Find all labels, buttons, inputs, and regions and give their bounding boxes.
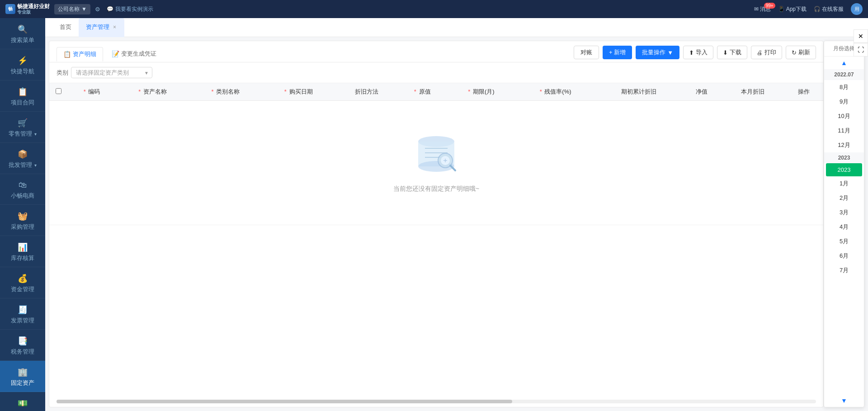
app-download-button[interactable]: 📱 App下载 bbox=[778, 5, 807, 13]
category-select-wrap: 请选择固定资产类别 bbox=[71, 67, 152, 78]
purchase-icon: 🧺 bbox=[4, 211, 42, 221]
month-item-1[interactable]: 1月 bbox=[824, 176, 864, 191]
sidebar-item-search[interactable]: 🔍 搜索菜单 bbox=[0, 18, 45, 49]
sidebar-item-retail[interactable]: 🛒 零售管理 ▾ bbox=[0, 112, 45, 143]
sidebar-item-ecommerce[interactable]: 🛍 小畅电商 bbox=[0, 174, 45, 205]
ecommerce-icon: 🛍 bbox=[4, 180, 42, 190]
fixedassets-icon: 🏢 bbox=[4, 367, 42, 377]
sidebar-item-label: 小畅电商 bbox=[4, 192, 42, 200]
download-button[interactable]: ⬇ 下载 bbox=[717, 46, 747, 59]
month-item-7[interactable]: 7月 bbox=[824, 263, 864, 278]
search-icon: 🔍 bbox=[4, 24, 42, 34]
sub-tab-detail[interactable]: 📋 资产明细 bbox=[57, 47, 103, 61]
download-icon: ⬇ bbox=[723, 49, 728, 56]
sidebar-item-salary[interactable]: 💵 工资 bbox=[0, 392, 45, 411]
th-residual-rate: * 残值率(%) bbox=[516, 83, 595, 101]
app-download-icon: 📱 bbox=[778, 6, 785, 12]
sidebar-item-wholesale[interactable]: 📦 批发管理 ▾ bbox=[0, 143, 45, 174]
online-service-button[interactable]: 🎧 在线客服 bbox=[814, 5, 844, 13]
month-panel: 月份选择 ▲ 2022.07 8月 9月 10月 11月 12月 2023 20… bbox=[824, 41, 864, 407]
month-item-11[interactable]: 11月 bbox=[824, 123, 864, 138]
month-item-2023-badge[interactable]: 2023 bbox=[826, 163, 862, 176]
th-original-value: * 原值 bbox=[398, 83, 447, 101]
print-label: 打印 bbox=[764, 48, 776, 57]
month-item-12[interactable]: 12月 bbox=[824, 138, 864, 152]
sidebar-item-quicknav[interactable]: ⚡ 快捷导航 bbox=[0, 49, 45, 80]
refresh-button[interactable]: ↻ 刷新 bbox=[786, 46, 816, 59]
demo-link[interactable]: 💬 我要看实例演示 bbox=[107, 5, 153, 13]
th-depreciation: 折旧方法 bbox=[335, 83, 398, 101]
month-item-5[interactable]: 5月 bbox=[824, 234, 864, 249]
th-net-value: 净值 bbox=[682, 83, 721, 101]
sidebar-item-label: 库存核算 bbox=[4, 254, 42, 262]
table-header-row: * 编码 * 资产名称 * 类别名称 bbox=[49, 83, 823, 101]
sidebar-item-finance[interactable]: 💰 资金管理 bbox=[0, 267, 45, 298]
quicknav-icon: ⚡ bbox=[4, 56, 42, 66]
sidebar-item-fixedassets[interactable]: 🏢 固定资产 bbox=[0, 361, 45, 392]
tab-asset-management[interactable]: 资产管理 × bbox=[79, 18, 124, 37]
filter-toolbar: 类别 请选择固定资产类别 bbox=[49, 62, 823, 83]
home-label: 首页 bbox=[60, 23, 71, 31]
sidebar-item-contract[interactable]: 📋 项目合同 bbox=[0, 80, 45, 112]
tab-bar: 首页 资产管理 × bbox=[45, 18, 868, 37]
month-item-10[interactable]: 10月 bbox=[824, 109, 864, 123]
month-item-8[interactable]: 8月 bbox=[824, 80, 864, 94]
sidebar-item-tax[interactable]: 📑 税务管理 bbox=[0, 330, 45, 361]
import-button[interactable]: ⬆ 导入 bbox=[683, 46, 713, 59]
category-label: 类别 bbox=[57, 69, 68, 77]
batch-label: 批量操作 bbox=[642, 48, 665, 57]
month-item-6[interactable]: 6月 bbox=[824, 249, 864, 263]
month-nav-up-button[interactable]: ▲ bbox=[837, 58, 851, 67]
sidebar-item-purchase[interactable]: 🧺 采购管理 bbox=[0, 205, 45, 236]
tab-home[interactable]: 首页 bbox=[52, 18, 79, 37]
year-2023-header: 2023 bbox=[824, 152, 864, 163]
sidebar-item-inventory[interactable]: 📊 库存核算 bbox=[0, 236, 45, 267]
sidebar-item-label: 零售管理 ▾ bbox=[4, 130, 42, 138]
company-selector[interactable]: 公司名称 ▼ bbox=[54, 4, 90, 14]
user-avatar[interactable]: 用 bbox=[851, 3, 863, 15]
app-name: 畅捷通好业财 bbox=[17, 3, 50, 9]
select-all-checkbox[interactable] bbox=[56, 88, 61, 94]
print-button[interactable]: 🖨 打印 bbox=[751, 46, 782, 59]
category-select[interactable]: 请选择固定资产类别 bbox=[71, 67, 152, 78]
online-service-label: 在线客服 bbox=[822, 5, 844, 13]
asset-tab-label: 资产管理 bbox=[86, 23, 109, 31]
month-nav-down-button[interactable]: ▼ bbox=[837, 396, 851, 405]
th-category: * 类别名称 bbox=[189, 83, 262, 101]
table-scrollbar[interactable] bbox=[57, 400, 816, 403]
table-wrap: * 编码 * 资产名称 * 类别名称 bbox=[49, 83, 823, 400]
table-scrollbar-thumb bbox=[57, 400, 512, 403]
th-code: * 编码 bbox=[67, 83, 116, 101]
import-label: 导入 bbox=[696, 48, 708, 57]
voucher-tab-label: 变更生成凭证 bbox=[121, 50, 156, 58]
company-name: 公司名称 bbox=[58, 5, 80, 13]
detail-tab-label: 资产明细 bbox=[73, 50, 96, 58]
close-panel-button[interactable]: ✕ bbox=[854, 29, 868, 43]
voucher-tab-icon: 📝 bbox=[112, 50, 119, 57]
month-item-4[interactable]: 4月 bbox=[824, 220, 864, 234]
sidebar-item-invoice[interactable]: 🧾 发票管理 bbox=[0, 298, 45, 330]
app-logo: 畅 畅捷通好业财 专业版 bbox=[5, 3, 50, 15]
page-content: 📋 资产明细 📝 变更生成凭证 对账 + 新增 批量操作 ▼ bbox=[45, 37, 868, 411]
sidebar-item-label: 项目合同 bbox=[4, 99, 42, 107]
tax-icon: 📑 bbox=[4, 336, 42, 346]
sidebar-item-label: 资金管理 bbox=[4, 285, 42, 293]
add-button[interactable]: + 新增 bbox=[603, 46, 632, 59]
settings-button[interactable]: ⚙ bbox=[95, 6, 100, 13]
month-item-9[interactable]: 9月 bbox=[824, 94, 864, 109]
content-area: 首页 资产管理 × 📋 资产明细 📝 变更生成凭证 bbox=[45, 18, 868, 411]
contract-icon: 📋 bbox=[4, 87, 42, 97]
sidebar: 🔍 搜索菜单 ⚡ 快捷导航 📋 项目合同 🛒 零售管理 ▾ 📦 批发管理 ▾ 🛍… bbox=[0, 18, 45, 411]
month-item-3[interactable]: 3月 bbox=[824, 205, 864, 220]
demo-icon: 💬 bbox=[107, 6, 113, 12]
wholesale-icon: 📦 bbox=[4, 149, 42, 159]
tab-close-icon[interactable]: × bbox=[112, 23, 117, 31]
sub-tab-voucher[interactable]: 📝 变更生成凭证 bbox=[105, 47, 163, 61]
match-button[interactable]: 对账 bbox=[574, 46, 599, 59]
batch-button[interactable]: 批量操作 ▼ bbox=[636, 46, 679, 59]
month-item-2[interactable]: 2月 bbox=[824, 191, 864, 205]
batch-arrow-icon: ▼ bbox=[667, 49, 673, 56]
message-button[interactable]: ✉ 消息 99+ bbox=[754, 5, 771, 13]
expand-panel-button[interactable]: ⛶ bbox=[854, 43, 868, 57]
month-nav-up: ▲ bbox=[824, 57, 864, 69]
